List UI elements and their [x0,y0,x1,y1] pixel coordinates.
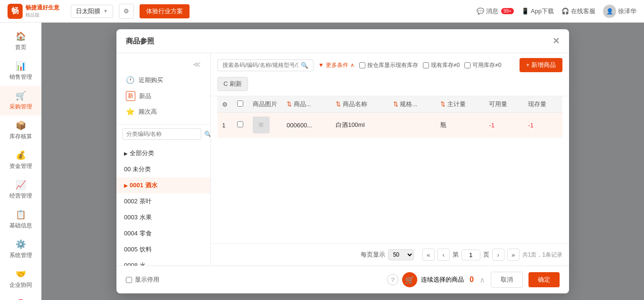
modal-close-button[interactable]: ✕ [553,36,560,46]
th-product-name[interactable]: ⇅ 商品名称 [331,96,388,113]
th-settings[interactable]: ⚙ [217,96,232,113]
gear-button[interactable]: ⚙ [119,4,134,19]
cancel-button[interactable]: 取消 [491,272,523,288]
th-available[interactable]: 可用量 [484,96,523,113]
cell-num: 1 [217,113,232,138]
cb-show-by-warehouse[interactable]: 按仓库显示现有库存 [359,61,418,69]
category-item-beverage[interactable]: 0005 饮料 [116,242,210,258]
table-row[interactable]: 1 图 000600... 白酒100ml [217,113,562,138]
cb-available-not-zero[interactable]: 可用库存≠0 [464,61,501,69]
experience-button[interactable]: 体验行业方案 [140,4,190,18]
show-disabled-label[interactable]: 显示停用 [126,275,159,284]
page-number-input[interactable] [462,250,480,260]
cb-stock-not-zero-input[interactable] [423,62,429,68]
category-item-fruit[interactable]: 0003 水果 [116,209,210,225]
row-checkbox[interactable] [237,121,243,127]
confirm-button[interactable]: 确定 [528,272,560,287]
toolbar: 🔍 ▼ 更多条件 ∧ 按仓库显示现有库存 [211,53,569,96]
category-item-liquor[interactable]: ▶ 0001 酒水 [116,177,210,193]
enterprise-icon: 🤝 [16,269,26,279]
next-page-button[interactable]: › [492,249,504,261]
sidebar-item-system[interactable]: ⚙️ 系统管理 [0,234,41,264]
cell-stock: -1 [523,113,562,138]
sidebar-item-home[interactable]: 🏠 首页 [0,26,41,56]
cell-name: 白酒100ml [331,113,388,138]
sidebar-item-finance[interactable]: 💰 资金管理 [0,145,41,175]
product-reference-modal: 商品参照 ✕ ≪ 🕐 近期购买 [116,29,569,293]
category-search-icon[interactable]: 🔍 [204,131,211,138]
message-badge: 99+ [501,8,514,14]
cell-code: 000600... [282,113,331,138]
select-all-checkbox[interactable] [237,100,243,107]
sort-icon: ⇅ [287,100,292,108]
last-page-button[interactable]: » [507,249,520,261]
prev-page-button[interactable]: ‹ [438,249,450,261]
cb-show-by-warehouse-input[interactable] [359,62,365,68]
main-layout: 🏠 首页 📊 销售管理 🛒 采购管理 📦 库存核算 💰 资金管理 📈 经营管理 … [0,23,644,300]
product-search-icon[interactable]: 🔍 [301,62,308,69]
collapse-left-panel-button[interactable]: ≪ [189,58,205,71]
more-filter-button[interactable]: ▼ 更多条件 ∧ [318,61,355,69]
sidebar-item-enterprise[interactable]: 🤝 企业协同 [0,264,41,294]
modal-body: ≪ 🕐 近期购买 新 新品 ⭐ [116,53,569,266]
cart-area: ? 🛒 连续选择的商品 0 ∧ [387,272,485,287]
cart-icon-button[interactable]: 🛒 [402,272,417,287]
category-item-water[interactable]: 0008 水 [116,258,210,266]
category-item-uncategorized[interactable]: 00 未分类 [116,161,210,177]
cart-icon: 🛒 [405,275,414,284]
product-search-input[interactable] [223,62,298,68]
first-page-button[interactable]: « [422,249,435,261]
product-thumbnail: 图 [253,117,270,133]
modal-overlay: 商品参照 ✕ ≪ 🕐 近期购买 [41,23,644,300]
sidebar-item-sales[interactable]: 📊 销售管理 [0,56,41,86]
cb-stock-not-zero[interactable]: 现有库存≠0 [423,61,460,69]
sidebar-item-guide[interactable]: 🎯 新手引导 [0,294,41,300]
sidebar-item-inventory[interactable]: 📦 库存核算 [0,116,41,145]
chevron-down-icon: ▼ [103,8,108,14]
filter-icon: ▼ [318,62,324,68]
category-search-area: 🔍 [116,125,210,143]
modal-title: 商品参照 [126,37,154,46]
product-table-wrap: ⚙ 商品图片 ⇅ [211,96,569,243]
quick-item-new[interactable]: 新 新品 [122,88,205,104]
th-product-code[interactable]: ⇅ 商品... [282,96,331,113]
sidebar-item-purchase[interactable]: 🛒 采购管理 [0,86,41,116]
cart-text: 连续选择的商品 [421,275,464,284]
help-button[interactable]: ? [387,274,398,285]
sort-icon-spec: ⇅ [393,100,398,108]
home-icon: 🏠 [16,31,26,42]
nav-right: 💬 消息 99+ 📱 App下载 🎧 在线客服 👤 徐泽华 [477,5,636,18]
refresh-button[interactable]: C 刷新 [217,77,248,91]
show-disabled-checkbox[interactable] [126,277,132,283]
nav-user[interactable]: 👤 徐泽华 [603,5,636,18]
top-nav: 畅 畅捷通好生意 精品版 日太阳膜 ▼ ⚙ 体验行业方案 💬 消息 99+ 📱 … [0,0,644,23]
th-spec[interactable]: ⇅ 规格... [388,96,436,113]
quick-item-recent[interactable]: 🕐 近期购买 [122,73,205,88]
cart-count: 0 [470,275,474,284]
add-product-button[interactable]: + 新增商品 [520,58,562,72]
category-item-snack[interactable]: 0004 零食 [116,225,210,242]
nav-customer-service[interactable]: 🎧 在线客服 [561,7,595,16]
cell-spec [388,113,436,138]
sidebar-item-operation[interactable]: 📈 经营管理 [0,175,41,205]
sidebar: 🏠 首页 📊 销售管理 🛒 采购管理 📦 库存核算 💰 资金管理 📈 经营管理 … [0,23,41,300]
sidebar-item-basic-info[interactable]: 📋 基础信息 [0,205,41,234]
product-table: ⚙ 商品图片 ⇅ [217,96,562,138]
user-avatar: 👤 [603,5,616,18]
nav-messages[interactable]: 💬 消息 99+ [477,7,514,16]
nav-app-download[interactable]: 📱 App下载 [521,7,554,16]
th-unit[interactable]: ⇅ 主计量 [436,96,484,113]
category-item-all[interactable]: ▶ 全部分类 [116,145,210,161]
frequent-icon: ⭐ [126,108,135,116]
category-search-input[interactable] [122,128,201,140]
purchase-icon: 🛒 [16,91,26,101]
nav-dropdown[interactable]: 日太阳膜 ▼ [71,5,113,18]
collapse-cart-icon[interactable]: ∧ [479,275,485,284]
cb-available-not-zero-input[interactable] [464,62,471,68]
quick-item-frequent[interactable]: ⭐ 频次高 [122,104,205,119]
th-image: 商品图片 [248,96,282,113]
expand-icon: ▶ [124,151,128,156]
page-size-select[interactable]: 10 20 50 100 [388,249,414,260]
th-checkbox [232,96,248,113]
category-item-tea[interactable]: 0002 茶叶 [116,193,210,209]
